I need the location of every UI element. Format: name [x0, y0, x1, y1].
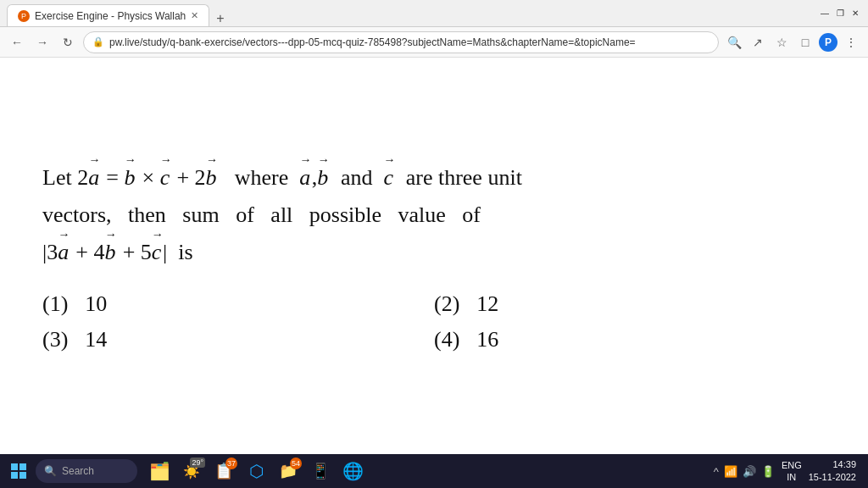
system-tray-icons: ^ 📶 🔊 🔋: [714, 465, 775, 478]
chevron-up-icon[interactable]: ^: [714, 465, 719, 478]
taskbar-phone[interactable]: 📱: [305, 456, 336, 486]
close-button[interactable]: ✕: [849, 8, 861, 19]
vec-c1: →c: [160, 159, 171, 197]
vec-a: →a: [88, 159, 101, 197]
clock-date: 15-11-2022: [809, 471, 856, 484]
option-2[interactable]: (2) 12: [434, 291, 826, 317]
vec-a3: →a: [58, 234, 70, 271]
back-button[interactable]: ←: [7, 32, 27, 53]
option-4[interactable]: (4) 16: [434, 327, 826, 352]
system-clock[interactable]: 14:39 15-11-2022: [809, 458, 856, 485]
lang-code: ENG: [782, 459, 802, 471]
question-line-1: Let 2→a = →b × →c + 2→b where →a ,→b and…: [42, 165, 522, 190]
menu-icon[interactable]: ⋮: [841, 32, 861, 53]
new-tab-button[interactable]: +: [209, 11, 231, 26]
option-3-num: (3): [42, 327, 68, 352]
option-3-value: 14: [85, 327, 107, 352]
forward-button[interactable]: →: [32, 32, 53, 53]
files-badge: 54: [290, 458, 302, 469]
battery-icon[interactable]: 🔋: [761, 465, 775, 478]
options-container: (1) 10 (2) 12 (3) 14 (4) 16: [42, 291, 826, 352]
address-bar[interactable]: 🔒 pw.live/study/q-bank-exercise/vectors-…: [83, 31, 719, 53]
question-line-3: |3→a + 4→b + 5→c | is: [42, 240, 193, 264]
bookmark-icon[interactable]: ☆: [771, 32, 792, 53]
tab-title: Exercise Engine - Physics Wallah: [35, 10, 186, 22]
taskbar-apps: 🗂️ ☀️ 29° 📋 37 ⬡ 📁 54 📱 🌐: [144, 456, 368, 486]
vec-b4: →b: [105, 234, 118, 271]
profile-avatar[interactable]: P: [819, 33, 837, 52]
taskbar-edge[interactable]: ⬡: [241, 456, 271, 486]
taskbar-tasks[interactable]: 📋 37: [209, 456, 239, 486]
question-body: Let 2→a = →b × →c + 2→b where →a ,→b and…: [42, 159, 826, 272]
vec-c3: →c: [152, 234, 163, 271]
vec-b3: →b: [317, 159, 330, 197]
option-1-num: (1): [42, 291, 68, 317]
window-controls: — ❐ ✕: [819, 8, 861, 19]
option-1-value: 10: [85, 291, 107, 317]
restore-button[interactable]: ❐: [834, 8, 846, 19]
vec-b2: →b: [206, 159, 219, 197]
toolbar-actions: 🔍 ↗ ☆ □ P ⋮: [724, 32, 861, 53]
option-2-value: 12: [476, 291, 498, 317]
taskbar-files[interactable]: 📁 54: [273, 456, 303, 486]
network-icon[interactable]: 📶: [724, 465, 737, 478]
taskbar-weather[interactable]: ☀️ 29°: [176, 456, 207, 486]
language-indicator[interactable]: ENG IN: [782, 459, 802, 484]
start-button[interactable]: [5, 458, 32, 485]
windows-logo-icon: [11, 463, 26, 479]
taskbar-search[interactable]: 🔍 Search: [36, 459, 137, 483]
taskbar-search-icon: 🔍: [44, 465, 57, 477]
speaker-icon[interactable]: 🔊: [743, 465, 756, 478]
search-toolbar-icon[interactable]: 🔍: [724, 32, 744, 53]
reload-button[interactable]: ↻: [58, 32, 78, 53]
tab-strip: P Exercise Engine - Physics Wallah ✕ +: [7, 0, 231, 26]
extension-icon[interactable]: □: [795, 32, 815, 53]
vec-b1: →b: [124, 159, 136, 197]
active-tab[interactable]: P Exercise Engine - Physics Wallah ✕: [7, 4, 209, 26]
browser-toolbar: ← → ↻ 🔒 pw.live/study/q-bank-exercise/ve…: [0, 27, 868, 58]
minimize-button[interactable]: —: [819, 8, 831, 19]
taskbar-right: ^ 📶 🔊 🔋 ENG IN 14:39 15-11-2022: [714, 458, 863, 485]
page-content: Let 2→a = →b × →c + 2→b where →a ,→b and…: [0, 58, 868, 454]
tab-close-button[interactable]: ✕: [191, 10, 198, 21]
option-2-num: (2): [434, 291, 459, 317]
question-line-2: vectors, then sum of all possible value …: [42, 202, 481, 227]
tasks-badge: 37: [225, 458, 237, 469]
option-4-value: 16: [476, 327, 498, 352]
tab-favicon: P: [18, 10, 30, 22]
taskbar-search-label: Search: [62, 465, 94, 477]
weather-badge: 29°: [190, 458, 205, 468]
option-3[interactable]: (3) 14: [42, 327, 434, 352]
vec-a2: →a: [299, 159, 312, 197]
taskbar-file-explorer[interactable]: 🗂️: [144, 456, 175, 486]
share-icon[interactable]: ↗: [748, 32, 768, 53]
vec-c2: →c: [384, 159, 395, 197]
taskbar: 🔍 Search 🗂️ ☀️ 29° 📋 37 ⬡ 📁 54 📱 🌐: [0, 454, 868, 488]
browser-titlebar: P Exercise Engine - Physics Wallah ✕ + —…: [0, 0, 868, 27]
taskbar-chrome[interactable]: 🌐: [337, 456, 368, 486]
clock-time: 14:39: [809, 458, 856, 471]
lock-icon: 🔒: [92, 36, 104, 47]
option-4-num: (4): [434, 327, 459, 352]
url-text: pw.live/study/q-bank-exercise/vectors---…: [109, 36, 709, 48]
option-1[interactable]: (1) 10: [42, 291, 434, 317]
lang-region: IN: [782, 471, 802, 483]
